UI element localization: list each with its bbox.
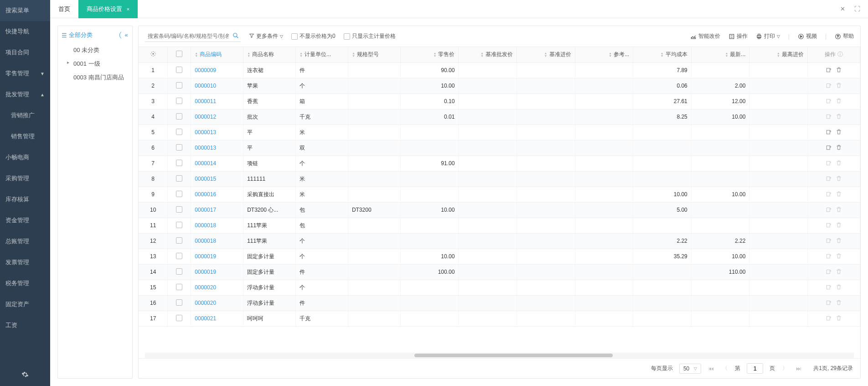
sort-icon[interactable]: ▲▼ (433, 52, 436, 57)
tree-node-0[interactable]: 00 未分类 (62, 43, 129, 57)
row-checkbox[interactable] (168, 202, 191, 218)
cell-code[interactable]: 0000018 (191, 233, 243, 249)
close-all-tabs-button[interactable]: ✕ (836, 3, 849, 16)
sidebar-item-11[interactable]: 总账管理 (0, 231, 50, 252)
row-checkbox[interactable] (168, 249, 191, 264)
cell-code[interactable]: 0000013 (191, 125, 243, 140)
page-size-select[interactable]: 50 ▽ (679, 364, 701, 374)
sort-icon[interactable]: ▲▼ (609, 52, 612, 57)
cell-code[interactable]: 0000019 (191, 264, 243, 280)
row-checkbox[interactable] (168, 295, 191, 311)
cell-code[interactable]: 0000009 (191, 63, 243, 78)
collapse-tree-button[interactable]: « (121, 30, 131, 40)
sort-icon[interactable]: ▲▼ (544, 52, 548, 57)
col-select-all[interactable] (168, 47, 191, 63)
cell-code[interactable]: 0000020 (191, 295, 243, 311)
row-delete-icon[interactable] (836, 144, 842, 152)
sidebar-item-9[interactable]: 库存核算 (0, 189, 50, 210)
prev-page-button[interactable]: 〈 (721, 365, 728, 372)
search-icon[interactable] (232, 32, 239, 40)
cell-code[interactable]: 0000013 (191, 140, 243, 156)
row-checkbox[interactable] (168, 125, 191, 140)
cell-code[interactable]: 0000017 (191, 202, 243, 218)
col-header-5[interactable]: ▲▼基准批发价 (459, 47, 517, 63)
sidebar-item-6[interactable]: 销售管理 (0, 126, 50, 147)
sidebar-settings[interactable] (0, 365, 50, 386)
col-header-1[interactable]: ▲▼商品名称 (243, 47, 296, 63)
more-conditions-button[interactable]: 更多条件 ▽ (249, 32, 283, 40)
cell-code[interactable]: 0000014 (191, 156, 243, 171)
print-button[interactable]: 打印 ▽ (756, 32, 780, 40)
sidebar-item-12[interactable]: 发票管理 (0, 252, 50, 273)
cell-code[interactable]: 0000012 (191, 109, 243, 125)
operate-button[interactable]: 操作 (728, 32, 748, 40)
col-header-3[interactable]: ▲▼规格型号 (348, 47, 400, 63)
cell-code[interactable]: 0000015 (191, 171, 243, 187)
col-header-11[interactable]: 操作 ⓘ (807, 47, 860, 63)
video-button[interactable]: 视频 (798, 32, 817, 40)
help-button[interactable]: ? 帮助 (835, 32, 854, 40)
col-header-6[interactable]: ▲▼基准进价 (517, 47, 575, 63)
cell-code[interactable]: 0000019 (191, 249, 243, 264)
row-edit-icon[interactable] (826, 67, 832, 74)
page-input[interactable] (747, 363, 763, 374)
row-checkbox[interactable] (168, 109, 191, 125)
sidebar-item-8[interactable]: 采购管理 (0, 168, 50, 189)
close-icon[interactable]: × (127, 6, 129, 12)
row-checkbox[interactable] (168, 156, 191, 171)
tree-node-1[interactable]: 0001 一级 (62, 57, 129, 71)
sidebar-item-3[interactable]: 零售管理▼ (0, 63, 50, 84)
sidebar-item-1[interactable]: 快捷导航 (0, 21, 50, 42)
cell-code[interactable]: 0000010 (191, 78, 243, 94)
hide-zero-checkbox[interactable]: 不显示价格为0 (291, 32, 336, 40)
sidebar-item-15[interactable]: 工资 (0, 315, 50, 336)
search-input[interactable] (145, 31, 241, 42)
col-settings[interactable] (139, 47, 168, 63)
row-checkbox[interactable] (168, 140, 191, 156)
col-header-7[interactable]: ▲▼参考... (575, 47, 633, 63)
tree-title[interactable]: 全部分类 (69, 31, 93, 39)
sort-icon[interactable]: ▲▼ (725, 52, 728, 57)
col-header-8[interactable]: ▲▼平均成本 (633, 47, 692, 63)
scrollbar-thumb[interactable] (414, 354, 613, 357)
sidebar-item-0[interactable]: 搜索菜单 (0, 0, 50, 21)
col-header-2[interactable]: ▲▼计量单位... (296, 47, 348, 63)
cell-code[interactable]: 0000021 (191, 311, 243, 326)
cell-code[interactable]: 0000018 (191, 218, 243, 233)
row-checkbox[interactable] (168, 94, 191, 109)
row-checkbox[interactable] (168, 187, 191, 202)
sort-icon[interactable]: ▲▼ (352, 52, 355, 57)
sidebar-item-2[interactable]: 项目合同 (0, 42, 50, 63)
sidebar-item-10[interactable]: 资金管理 (0, 210, 50, 231)
tab-home[interactable]: 首页 (50, 0, 78, 18)
row-checkbox[interactable] (168, 280, 191, 295)
row-checkbox[interactable] (168, 218, 191, 233)
row-checkbox[interactable] (168, 311, 191, 326)
col-header-0[interactable]: ▲▼商品编码 (191, 47, 243, 63)
sort-icon[interactable]: ▲▼ (247, 52, 250, 57)
row-delete-icon[interactable] (836, 67, 842, 74)
sidebar-item-13[interactable]: 税务管理 (0, 273, 50, 294)
horizontal-scrollbar[interactable] (145, 353, 854, 358)
sidebar-item-7[interactable]: 小畅电商 (0, 147, 50, 168)
cell-code[interactable]: 0000020 (191, 280, 243, 295)
help-icon[interactable]: ⓘ (837, 51, 843, 57)
smart-price-button[interactable]: 智能改价 (690, 32, 720, 40)
sort-icon[interactable]: ▲▼ (661, 52, 664, 57)
row-edit-icon[interactable] (826, 144, 832, 152)
row-delete-icon[interactable] (836, 129, 842, 136)
main-unit-checkbox[interactable]: 只显示主计量价格 (344, 32, 396, 40)
sort-icon[interactable]: ▲▼ (777, 52, 780, 57)
col-header-9[interactable]: ▲▼最新... (691, 47, 749, 63)
col-header-4[interactable]: ▲▼零售价 (400, 47, 459, 63)
col-header-10[interactable]: ▲▼最高进价 (749, 47, 808, 63)
cell-code[interactable]: 0000016 (191, 187, 243, 202)
tree-node-2[interactable]: 0003 南昌门店商品 (62, 71, 129, 84)
row-checkbox[interactable] (168, 264, 191, 280)
sort-icon[interactable]: ▲▼ (300, 52, 303, 57)
row-checkbox[interactable] (168, 63, 191, 78)
sidebar-item-14[interactable]: 固定资产 (0, 294, 50, 315)
next-page-button[interactable]: 〉 (781, 365, 789, 372)
sidebar-item-4[interactable]: 批发管理▲ (0, 84, 50, 105)
row-checkbox[interactable] (168, 171, 191, 187)
